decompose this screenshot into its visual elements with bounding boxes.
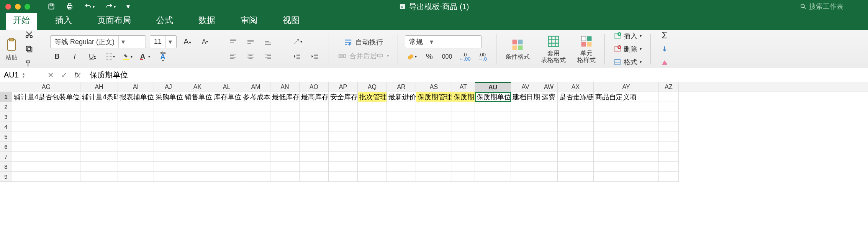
cell-AR1[interactable]: 最新进价 [387, 92, 416, 102]
cell-AM1[interactable]: 参考成本 [241, 92, 270, 102]
align-bottom-icon[interactable] [261, 36, 275, 48]
cell-AJ3[interactable] [154, 112, 183, 122]
font-color-button[interactable]: A▾ [138, 51, 152, 63]
cell-AG9[interactable] [12, 172, 80, 182]
cell-AI4[interactable] [118, 122, 154, 132]
cell-AM5[interactable] [241, 132, 270, 142]
cell-AY5[interactable] [594, 132, 659, 142]
format-as-table-button[interactable]: 套用 表格格式 [539, 33, 568, 64]
cell-AL9[interactable] [212, 172, 241, 182]
save-icon[interactable] [46, 2, 57, 12]
cell-AZ5[interactable] [659, 132, 679, 142]
column-header-AG[interactable]: AG [12, 82, 80, 92]
align-top-icon[interactable] [226, 36, 240, 48]
font-name-combo[interactable]: 等线 Regular (正文) ▾ [50, 35, 146, 48]
cell-AS4[interactable] [416, 122, 452, 132]
row-header[interactable]: 5 [0, 132, 12, 142]
tab-公式[interactable]: 公式 [149, 12, 180, 30]
cell-AG8[interactable] [12, 162, 80, 172]
tab-页面布局[interactable]: 页面布局 [90, 12, 138, 30]
cell-AU4[interactable] [475, 122, 511, 132]
cell-AR2[interactable] [387, 102, 416, 112]
borders-button[interactable]: ▾ [103, 51, 117, 63]
cell-AO1[interactable]: 最高库存 [300, 92, 329, 102]
cut-icon[interactable] [22, 28, 36, 41]
cell-AL3[interactable] [212, 112, 241, 122]
name-box[interactable]: AU1 ▴▾ [0, 68, 42, 82]
align-center-icon[interactable] [244, 50, 257, 63]
cell-AR3[interactable] [387, 112, 416, 122]
cell-AY1[interactable]: 商品自定义项 [594, 92, 659, 102]
conditional-format-button[interactable]: 条件格式 [503, 37, 532, 61]
cell-AU1[interactable]: 保质期单位 [475, 92, 511, 102]
increase-decimal-button[interactable]: .0←.00 [458, 51, 472, 63]
cell-AX4[interactable] [558, 122, 594, 132]
close-window-icon[interactable] [5, 4, 11, 10]
cell-AT3[interactable] [452, 112, 475, 122]
cell-AW6[interactable] [540, 142, 558, 152]
decrease-decimal-button[interactable]: .00→.0 [475, 51, 489, 63]
maximize-window-icon[interactable] [25, 4, 30, 10]
cell-AH7[interactable] [80, 152, 118, 162]
cell-AN1[interactable]: 最低库存 [270, 92, 300, 102]
cell-AW1[interactable]: 运费 [540, 92, 558, 102]
row-header[interactable]: 3 [0, 112, 12, 122]
increase-indent-icon[interactable] [308, 50, 322, 63]
cell-AX7[interactable] [558, 152, 594, 162]
cell-AY9[interactable] [594, 172, 659, 182]
cell-AQ3[interactable] [358, 112, 387, 122]
cell-AZ7[interactable] [659, 152, 679, 162]
copy-icon[interactable] [22, 43, 36, 55]
cell-AL2[interactable] [212, 102, 241, 112]
cell-AQ2[interactable] [358, 102, 387, 112]
cell-AH2[interactable] [80, 102, 118, 112]
cell-AI9[interactable] [118, 172, 154, 182]
cell-AL8[interactable] [212, 162, 241, 172]
tab-开始[interactable]: 开始 [6, 12, 37, 30]
cell-AU9[interactable] [475, 172, 511, 182]
column-header-AW[interactable]: AW [540, 82, 558, 92]
formula-content[interactable]: 保质期单位 [86, 70, 868, 80]
fill-color-button[interactable]: ▾ [121, 51, 134, 63]
cell-AR9[interactable] [387, 172, 416, 182]
cell-AJ2[interactable] [154, 102, 183, 112]
cell-AU8[interactable] [475, 162, 511, 172]
cell-AT8[interactable] [452, 162, 475, 172]
row-header[interactable]: 1 [0, 92, 12, 102]
cell-AR7[interactable] [387, 152, 416, 162]
chevron-down-icon[interactable]: ▾ [427, 36, 436, 48]
cancel-formula-icon[interactable]: ✕ [47, 71, 54, 80]
row-header[interactable]: 4 [0, 122, 12, 132]
cell-AV7[interactable] [511, 152, 540, 162]
number-format-combo[interactable]: 常规 ▾ [405, 35, 481, 48]
column-header-AM[interactable]: AM [241, 82, 270, 92]
cell-AN2[interactable] [270, 102, 300, 112]
align-middle-icon[interactable] [244, 36, 257, 48]
row-header[interactable]: 9 [0, 172, 12, 182]
select-all-corner[interactable] [0, 82, 12, 92]
column-header-AT[interactable]: AT [452, 82, 475, 92]
cell-AT2[interactable] [452, 102, 475, 112]
customize-qat-icon[interactable]: ▾ [124, 1, 132, 12]
cell-AK6[interactable] [183, 142, 212, 152]
accept-formula-icon[interactable]: ✓ [61, 71, 67, 80]
cell-AJ8[interactable] [154, 162, 183, 172]
cell-AS8[interactable] [416, 162, 452, 172]
cell-AL1[interactable]: 库存单位 [212, 92, 241, 102]
cell-AN3[interactable] [270, 112, 300, 122]
cell-AV5[interactable] [511, 132, 540, 142]
cell-AN8[interactable] [270, 162, 300, 172]
cell-AJ7[interactable] [154, 152, 183, 162]
cell-AW5[interactable] [540, 132, 558, 142]
cell-AH3[interactable] [80, 112, 118, 122]
cell-AL5[interactable] [212, 132, 241, 142]
cell-AQ5[interactable] [358, 132, 387, 142]
cell-AZ6[interactable] [659, 142, 679, 152]
cell-AP8[interactable] [329, 162, 358, 172]
column-header-AS[interactable]: AS [416, 82, 452, 92]
redo-icon[interactable]: ▾ [103, 2, 118, 12]
cell-AT1[interactable]: 保质期 [452, 92, 475, 102]
row-header[interactable]: 8 [0, 162, 12, 172]
cell-AQ1[interactable]: 批次管理 [358, 92, 387, 102]
cell-AT9[interactable] [452, 172, 475, 182]
